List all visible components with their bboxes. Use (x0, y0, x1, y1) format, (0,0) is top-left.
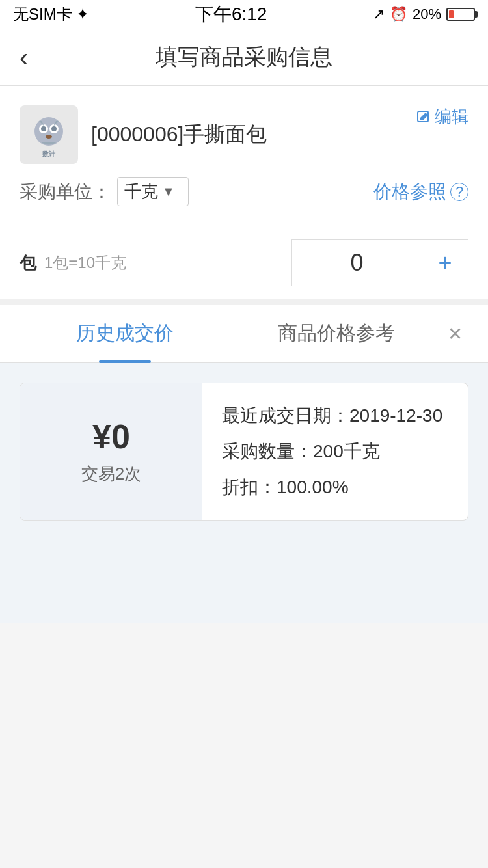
history-card: ¥0 交易2次 最近成交日期：2019-12-30 采购数量：200千克 折扣：… (20, 383, 468, 521)
alarm-icon: ⏰ (390, 6, 407, 23)
product-section: 数计 [0000006]手撕面包 编辑 采购单位： 千克 ▼ 价格参照 ? (0, 86, 488, 226)
product-unit-row: 采购单位： 千克 ▼ 价格参照 ? (20, 177, 468, 206)
status-right: ↗ ⏰ 20% (373, 6, 475, 23)
help-icon: ? (450, 183, 468, 201)
product-header: 数计 [0000006]手撕面包 编辑 (20, 105, 468, 164)
history-card-left: ¥0 交易2次 (20, 383, 202, 520)
battery-text: 20% (413, 6, 441, 23)
product-image: 数计 (26, 112, 72, 157)
battery-icon (446, 8, 475, 21)
quantity-plus-button[interactable]: + (422, 239, 468, 286)
history-price: ¥0 (92, 417, 130, 456)
tab-product-price-ref[interactable]: 商品价格参考 (230, 305, 441, 363)
unit-bao: 包 (20, 252, 36, 275)
status-left: 无SIM卡 ✦ (13, 4, 89, 25)
back-button[interactable]: ‹ (20, 44, 28, 70)
product-name: [0000006]手撕面包 (91, 120, 267, 149)
tab-close-button[interactable]: × (442, 320, 468, 347)
history-recent-date: 最近成交日期：2019-12-30 (222, 403, 448, 428)
carrier-text: 无SIM卡 ✦ (13, 4, 89, 25)
nav-bar: ‹ 填写商品采购信息 (0, 29, 488, 86)
location-icon: ↗ (373, 6, 385, 23)
history-discount: 折扣：100.00% (222, 474, 448, 500)
product-thumbnail: 数计 (20, 105, 78, 164)
svg-text:数计: 数计 (42, 150, 56, 157)
product-left: 数计 [0000006]手撕面包 (20, 105, 267, 164)
tab-section: 历史成交价 商品价格参考 × ¥0 交易2次 最近成交日期：2019-12-30… (0, 305, 488, 623)
page-title: 填写商品采购信息 (156, 42, 332, 72)
edit-button[interactable]: 编辑 (416, 105, 468, 128)
unit-value: 千克 (124, 180, 158, 203)
unit-select[interactable]: 千克 ▼ (117, 177, 189, 206)
quantity-control: + (291, 239, 468, 286)
svg-point-5 (46, 135, 52, 139)
quantity-input[interactable] (291, 239, 422, 286)
history-quantity: 采购数量：200千克 (222, 439, 448, 464)
status-bar: 无SIM卡 ✦ 下午6:12 ↗ ⏰ 20% (0, 0, 488, 29)
dropdown-arrow-icon: ▼ (162, 184, 175, 199)
history-content: ¥0 交易2次 最近成交日期：2019-12-30 采购数量：200千克 折扣：… (0, 363, 488, 623)
tab-history-price[interactable]: 历史成交价 (20, 305, 230, 363)
tab-bar: 历史成交价 商品价格参考 × (0, 305, 488, 363)
svg-point-3 (41, 126, 46, 131)
history-trade-count: 交易2次 (81, 463, 141, 485)
history-card-right: 最近成交日期：2019-12-30 采购数量：200千克 折扣：100.00% (202, 383, 468, 520)
unit-conversion: 1包=10千克 (44, 252, 126, 273)
svg-point-4 (51, 126, 57, 131)
price-ref-label: 价格参照 (373, 180, 446, 204)
quantity-section: 包 1包=10千克 + (0, 226, 488, 305)
unit-label: 采购单位： (20, 180, 111, 204)
price-ref-button[interactable]: 价格参照 ? (373, 180, 468, 204)
svg-point-0 (34, 117, 63, 146)
edit-icon (416, 110, 431, 124)
quantity-label: 包 1包=10千克 (20, 252, 126, 275)
status-time: 下午6:12 (195, 2, 267, 27)
